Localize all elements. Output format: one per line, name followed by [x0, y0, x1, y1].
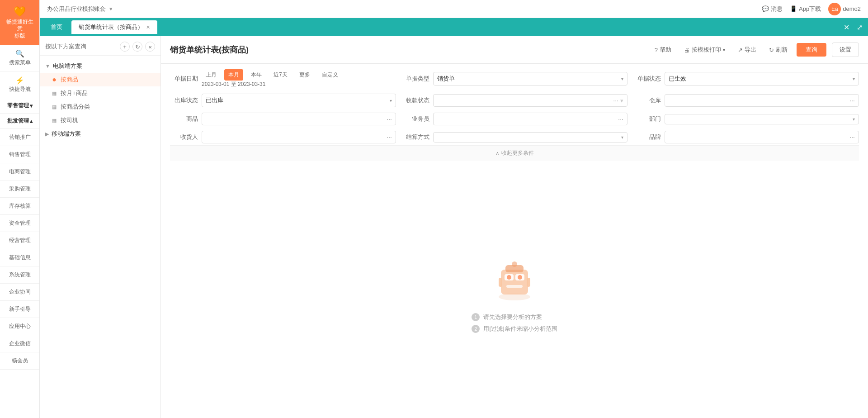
product-control: ··· — [202, 113, 396, 125]
scheme-by-product[interactable]: ● 按商品 — [40, 73, 160, 86]
settlement-arrow-icon: ▾ — [621, 135, 623, 140]
recipient-input[interactable]: ··· — [202, 131, 396, 143]
refresh-button[interactable]: ↻ 刷新 — [765, 44, 791, 56]
sidebar-item-guide[interactable]: 新手引导 — [0, 301, 39, 318]
template-print-button[interactable]: 🖨 按模板打印 ▾ — [680, 44, 729, 56]
salesperson-control: ··· — [433, 113, 627, 125]
warehouse-input[interactable]: ··· — [665, 94, 859, 107]
docstatus-control: 已生效 ▾ — [665, 72, 859, 86]
brand-input[interactable]: ··· — [665, 131, 859, 143]
refresh-scheme-button[interactable]: ↻ — [132, 42, 142, 52]
tree-desktop-section[interactable]: ▼ 电脑端方案 — [40, 59, 160, 73]
tree-mobile-label: 移动端方案 — [52, 130, 81, 138]
date-btn-more[interactable]: 更多 — [295, 69, 314, 81]
scheme-by-month-product[interactable]: ▦ 按月+商品 — [40, 86, 160, 100]
scheme-by-driver[interactable]: ▦ 按司机 — [40, 114, 160, 127]
filter-product-cell: 商品 ··· — [170, 113, 396, 125]
sidebar-item-wholesale[interactable]: 批发管理 ▴ — [0, 114, 39, 129]
tab-close-button[interactable]: ✕ — [146, 24, 150, 30]
doctype-arrow-icon: ▾ — [621, 76, 623, 81]
sidebar-item-apps[interactable]: 应用中心 — [0, 318, 39, 335]
sidebar-item-retail[interactable]: 零售管理 ▾ — [0, 98, 39, 114]
export-button[interactable]: ↗ 导出 — [734, 44, 760, 56]
docstatus-select[interactable]: 已生效 ▾ — [665, 72, 859, 86]
message-button[interactable]: 💬 消息 — [762, 5, 783, 13]
sidebar-item-ecommerce[interactable]: 电商管理 — [0, 163, 39, 180]
app-download-button[interactable]: 📱 App下载 — [790, 5, 821, 13]
scheme-active-icon: ● — [51, 76, 58, 83]
sidebar-item-marketing[interactable]: 营销推广 — [0, 129, 39, 146]
scheme-label: 按商品分类 — [61, 103, 90, 111]
tabbar: 首页 销货单统计表（按商品） ✕ ✕ ⤢ — [40, 18, 868, 36]
stock-value: 已出库 — [206, 96, 223, 104]
left-panel-title: 按以下方案查询 — [45, 43, 86, 51]
sidebar-item-wechat[interactable]: 企业微信 — [0, 335, 39, 352]
tabbar-right-actions: ✕ ⤢ — [842, 21, 864, 33]
workspace-dropdown-icon[interactable]: ▾ — [109, 5, 113, 12]
salesperson-input[interactable]: ··· — [433, 113, 627, 125]
sidebar-item-members[interactable]: 畅会员 — [0, 352, 39, 370]
sidebar-item-inventory[interactable]: 库存核算 — [0, 198, 39, 215]
stock-select[interactable]: 已出库 ▾ — [202, 94, 396, 107]
sidebar-item-operations[interactable]: 经营管理 — [0, 232, 39, 249]
tab-home[interactable]: 首页 — [43, 20, 70, 34]
logo-icon: 🧡 — [4, 5, 36, 19]
tab-close-all-button[interactable]: ✕ — [842, 21, 851, 33]
tree-desktop-label: 电脑端方案 — [53, 62, 82, 70]
date-btn-custom[interactable]: 自定义 — [318, 69, 342, 81]
filter-area: 单据日期 上月 本月 本年 近7天 更多 自定义 2023-03-01 至 20… — [161, 64, 868, 166]
message-icon: 💬 — [762, 5, 769, 12]
date-btn-this-year[interactable]: 本年 — [247, 69, 266, 81]
filter-brand-cell: 品牌 ··· — [633, 131, 859, 143]
collapse-filter-button[interactable]: ∧ 收起更多条件 — [170, 145, 859, 161]
print-icon: 🖨 — [684, 47, 690, 53]
workspace-info: 办公用品行业模拟账套 ▾ — [47, 5, 113, 13]
filter-doctype-cell: 单据类型 销货单 ▾ — [401, 72, 627, 86]
settlement-select[interactable]: ▾ — [433, 132, 627, 142]
docstatus-label: 单据状态 — [633, 75, 665, 83]
doctype-select[interactable]: 销货单 ▾ — [433, 72, 627, 86]
sidebar-item-quick-nav[interactable]: ⚡ 快捷导航 — [0, 71, 39, 98]
warehouse-label: 仓库 — [633, 96, 665, 104]
settlement-control: ▾ — [433, 132, 627, 142]
app-logo[interactable]: 🧡 畅捷通好生意 标版 — [0, 0, 39, 45]
date-btn-last-month[interactable]: 上月 — [202, 69, 221, 81]
app-subtitle: 标版 — [14, 33, 25, 39]
sidebar-item-finance[interactable]: 资金管理 — [0, 215, 39, 232]
sidebar-item-sales[interactable]: 销售管理 — [0, 146, 39, 163]
sidebar-item-system[interactable]: 系统管理 — [0, 266, 39, 284]
page-title: 销货单统计表(按商品) — [170, 44, 249, 55]
filter-docstatus-cell: 单据状态 已生效 ▾ — [633, 72, 859, 86]
department-select[interactable]: ▾ — [665, 114, 859, 124]
stock-label: 出库状态 — [170, 96, 202, 104]
sidebar-item-purchase[interactable]: 采购管理 — [0, 180, 39, 198]
product-input[interactable]: ··· — [202, 113, 396, 125]
topbar: 办公用品行业模拟账套 ▾ 💬 消息 📱 App下载 Ea demo2 — [40, 0, 868, 18]
product-label: 商品 — [170, 115, 202, 123]
tree-mobile-section[interactable]: ▶ 移动端方案 — [40, 127, 160, 141]
svg-point-5 — [518, 275, 522, 280]
collapse-panel-button[interactable]: « — [145, 42, 155, 52]
tab-maximize-button[interactable]: ⤢ — [855, 21, 864, 33]
date-btn-this-month[interactable]: 本月 — [224, 69, 243, 81]
filter-payment-cell: 收款状态 ··· ▾ — [401, 94, 627, 107]
user-avatar-button[interactable]: Ea demo2 — [828, 3, 861, 15]
query-button[interactable]: 查询 — [797, 43, 826, 57]
sidebar-item-search-menu[interactable]: 🔍 搜索菜单 — [0, 45, 39, 71]
tab-report[interactable]: 销货单统计表（按商品） ✕ — [71, 20, 157, 34]
settings-button[interactable]: 设置 — [832, 43, 859, 57]
filter-row-3: 商品 ··· 业务员 ··· — [170, 113, 859, 125]
date-control: 上月 本月 本年 近7天 更多 自定义 2023-03-01 至 2023-03… — [202, 69, 396, 88]
sidebar-item-enterprise[interactable]: 企业协同 — [0, 284, 39, 301]
help-button[interactable]: ? 帮助 — [651, 44, 675, 56]
department-control: ▾ — [665, 114, 859, 124]
scheme-by-category[interactable]: ▦ 按商品分类 — [40, 100, 160, 114]
date-btn-7days[interactable]: 近7天 — [269, 69, 292, 81]
add-scheme-button[interactable]: + — [120, 42, 130, 52]
payment-arrow-icon: ▾ — [620, 97, 623, 104]
payment-input[interactable]: ··· ▾ — [433, 94, 627, 107]
left-panel-actions: + ↻ « — [120, 42, 155, 52]
sidebar-item-basic[interactable]: 基础信息 — [0, 249, 39, 266]
department-label: 部门 — [633, 115, 665, 123]
doctype-label: 单据类型 — [401, 75, 433, 83]
